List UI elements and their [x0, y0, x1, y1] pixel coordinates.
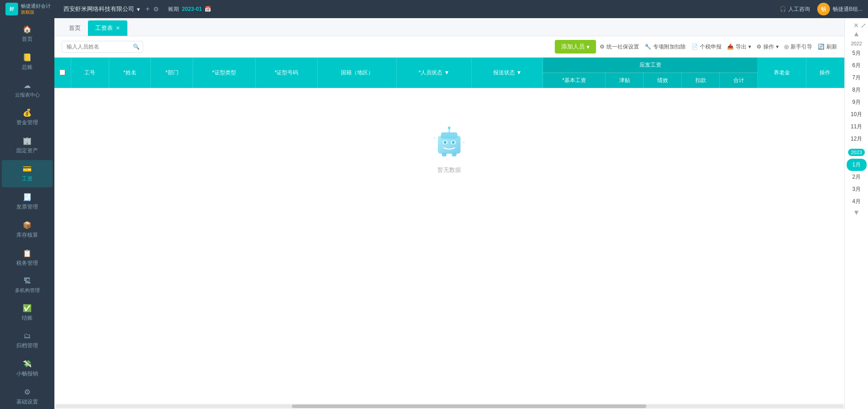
month-2022-12[interactable]: 12月 [847, 133, 867, 145]
svg-point-5 [452, 141, 455, 144]
month-2023-2[interactable]: 2月 [847, 171, 867, 183]
sidebar-label-fund: 资金管理 [16, 119, 38, 127]
refresh-button[interactable]: 🔄 刷新 [818, 43, 837, 51]
guide-button[interactable]: ◎ 新手引导 [784, 43, 812, 51]
sidebar-label-home: 首页 [22, 35, 33, 43]
sidebar-label-ledger: 总账 [22, 63, 33, 71]
social-settings-icon: ⚙ [600, 44, 605, 50]
th-report-status: 报送状态 ▼ [472, 58, 543, 88]
month-2022-8[interactable]: 8月 [847, 84, 867, 96]
toolbar-actions: ⚙ 统一社保设置 🔧 专项附加扣除 📄 个税申报 📤 导出 ▾ ⚙ [600, 43, 837, 51]
month-2022-7[interactable]: 7月 [847, 72, 867, 84]
company-selector[interactable]: 西安虾米网络科技有限公司 ▾ [60, 3, 144, 15]
settings-nav-icon: ⚙ [24, 388, 30, 396]
sidebar-item-ledger[interactable]: 📒 总账 [2, 49, 53, 76]
export-icon: 📤 [727, 44, 734, 50]
logo-area: 好 畅捷通好会计 旗舰版 [5, 3, 60, 15]
sidebar-item-multi[interactable]: 🏗 多机构管理 [2, 273, 53, 298]
report-icon: ☁ [24, 81, 31, 90]
personal-tax-button[interactable]: 📄 个税申报 [691, 43, 722, 51]
svg-point-11 [463, 141, 465, 143]
month-2023-1[interactable]: 1月 [847, 159, 867, 171]
right-panel-header: ✕ ⤢ [845, 20, 868, 29]
sidebar-label-invoice: 发票管理 [16, 203, 38, 211]
th-dept: *部门 [151, 58, 193, 88]
month-2023-4[interactable]: 4月 [847, 195, 867, 208]
th-checkbox[interactable] [54, 58, 71, 88]
month-2022-6[interactable]: 6月 [847, 59, 867, 72]
right-panel-expand-button[interactable]: ⤢ [861, 22, 866, 29]
th-nation: 国籍（地区） [318, 58, 397, 88]
month-2022-10[interactable]: 10月 [847, 108, 867, 121]
header-right: 🎧 人工咨询 畅 畅捷通B组... [780, 3, 863, 15]
settings-button[interactable]: ⚙ [151, 5, 161, 13]
search-input[interactable] [67, 44, 130, 50]
add-company-button[interactable]: + [144, 5, 151, 13]
sidebar-item-inventory[interactable]: 📦 库存核算 [2, 216, 53, 243]
sidebar-label-tax: 税务管理 [16, 259, 38, 267]
social-settings-button[interactable]: ⚙ 统一社保设置 [600, 43, 639, 51]
right-panel: ✕ ⤢ ▲ 2022 5月 6月 7月 8月 9月 10月 11月 12月 20… [844, 18, 868, 409]
sidebar-item-expense[interactable]: 💸 小畅报销 [2, 355, 53, 382]
toolbar: 🔍 添加人员 ▾ ⚙ 统一社保设置 🔧 专项附加扣除 📄 个税申报 [54, 36, 844, 58]
top-header: 好 畅捷通好会计 旗舰版 西安虾米网络科技有限公司 ▾ + ⚙ 账期 2023-… [0, 0, 868, 18]
home-icon: 🏠 [23, 25, 32, 34]
select-all-checkbox[interactable] [59, 69, 65, 75]
right-panel-close-button[interactable]: ✕ [853, 22, 859, 29]
add-person-label: 添加人员 [561, 43, 585, 51]
export-button[interactable]: 📤 导出 ▾ [727, 43, 751, 51]
operations-button[interactable]: ⚙ 操作 ▾ [756, 43, 779, 51]
scrollbar-track[interactable] [55, 404, 844, 408]
month-2022-11[interactable]: 11月 [847, 121, 867, 133]
sidebar-item-salary[interactable]: 💳 工资 [2, 160, 53, 187]
sidebar-item-home[interactable]: 🏠 首页 [2, 20, 53, 48]
svg-point-4 [444, 141, 446, 144]
tab-close-icon[interactable]: ✕ [116, 25, 120, 31]
table-container: 工号 *姓名 *部门 *证型类型 *证型号码 国籍（地区） *人员状态 ▼ 报送… [54, 58, 844, 404]
fund-icon: 💰 [23, 108, 32, 117]
special-deduct-button[interactable]: 🔧 专项附加扣除 [645, 43, 686, 51]
sidebar: 🏠 首页 📒 总账 ☁ 云报表中心 💰 资金管理 🏢 固定资产 💳 工资 🧾 发… [0, 18, 54, 409]
sidebar-item-settings[interactable]: ⚙ 基础设置 [2, 383, 53, 409]
user-area[interactable]: 畅 畅捷通B组... [817, 3, 863, 15]
main-layout: 🏠 首页 📒 总账 ☁ 云报表中心 💰 资金管理 🏢 固定资产 💳 工资 🧾 发… [0, 18, 868, 409]
scrollbar-thumb[interactable] [292, 404, 647, 408]
month-2023-3[interactable]: 3月 [847, 183, 867, 195]
sidebar-item-assets[interactable]: 🏢 固定资产 [2, 132, 53, 159]
svg-rect-7 [452, 153, 456, 156]
calendar-icon[interactable]: 📅 [204, 6, 211, 12]
tax-icon: 📋 [23, 249, 32, 258]
sidebar-label-close: 结账 [22, 314, 33, 322]
sidebar-label-settings: 基础设置 [16, 398, 38, 406]
sidebar-label-salary: 工资 [22, 175, 33, 183]
add-person-button[interactable]: 添加人员 ▾ [555, 40, 596, 54]
tab-home[interactable]: 首页 [62, 20, 88, 36]
sidebar-item-report[interactable]: ☁ 云报表中心 [2, 77, 53, 103]
month-2022-5[interactable]: 5月 [847, 47, 867, 59]
expense-icon: 💸 [23, 360, 32, 368]
empty-state-text: 暂无数据 [437, 166, 461, 174]
sidebar-item-invoice[interactable]: 🧾 发票管理 [2, 188, 53, 215]
tab-salary-table[interactable]: 工资表 ✕ [88, 20, 127, 36]
table-scrollbar[interactable] [54, 404, 844, 409]
headset-icon: 🎧 [780, 6, 786, 12]
support-button[interactable]: 🎧 人工咨询 [780, 5, 810, 13]
sidebar-item-fund[interactable]: 💰 资金管理 [2, 104, 53, 131]
panel-nav-down[interactable]: ▼ [853, 208, 860, 218]
ledger-icon: 📒 [23, 53, 32, 62]
sidebar-item-archive[interactable]: 🗂 归档管理 [2, 327, 53, 354]
month-2022-9[interactable]: 9月 [847, 96, 867, 108]
sidebar-label-assets: 固定资产 [16, 147, 38, 155]
company-dropdown-icon[interactable]: ▾ [137, 6, 140, 13]
sidebar-item-close[interactable]: ✅ 结账 [2, 299, 53, 326]
year-2022-label: 2022 [851, 39, 862, 47]
svg-point-10 [434, 137, 436, 139]
empty-state-row: 暂无数据 [54, 88, 844, 210]
search-input-wrapper[interactable]: 🔍 [62, 41, 143, 53]
sidebar-item-tax[interactable]: 📋 税务管理 [2, 244, 53, 272]
close-period-icon: ✅ [23, 304, 32, 312]
archive-icon: 🗂 [24, 332, 31, 340]
th-deduct: 扣款 [682, 73, 720, 88]
panel-nav-up[interactable]: ▲ [853, 29, 860, 39]
operations-icon: ⚙ [756, 44, 761, 50]
